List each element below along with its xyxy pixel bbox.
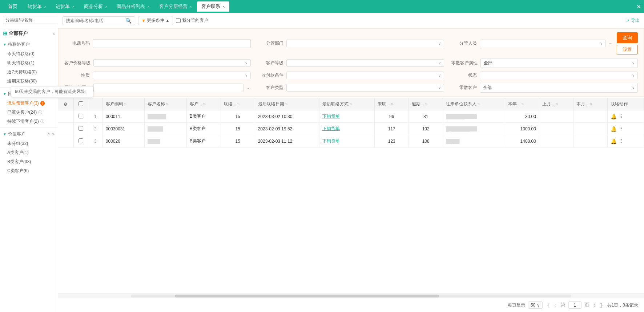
row-checkbox[interactable] (79, 126, 83, 131)
page-label: 第 (559, 301, 567, 309)
sidebar-all-customers[interactable]: ⊞ 全部客户 « (0, 27, 58, 40)
sidebar-item-ungrouped[interactable]: 未分组(32) (0, 139, 58, 148)
sidebar-item-tomorrow[interactable]: 明天待联络(1) (0, 58, 58, 68)
sidebar-item-declining[interactable]: 持续下滑客户(2) ⓘ (0, 117, 58, 126)
prev-page-icon[interactable]: ‹ (553, 301, 558, 309)
th-name[interactable]: 客户名称⇅ (145, 98, 186, 110)
close-icon[interactable]: × (222, 4, 225, 9)
filter-search-input[interactable] (66, 18, 124, 23)
row-checkbox[interactable] (79, 138, 83, 143)
more-options-icon[interactable]: ··· (609, 41, 612, 46)
scrollbar-thumb[interactable] (175, 295, 439, 297)
per-page-select[interactable]: 50 ∨ (528, 301, 543, 309)
tab-analysis-list[interactable]: 商品分析列表 × (112, 1, 154, 12)
next-page-icon[interactable]: › (592, 301, 597, 309)
filter-dept-select[interactable]: ∨ (286, 40, 444, 47)
sidebar-value-title[interactable]: ▼ 价值客户 ↻ ✎ (0, 129, 58, 139)
close-icon[interactable]: × (190, 4, 192, 9)
tab-analysis[interactable]: 商品分析 × (80, 1, 112, 12)
query-button[interactable]: 查询 (617, 32, 638, 43)
sidebar-search-input[interactable] (3, 16, 63, 24)
th-contact[interactable]: 联络...⇅ (221, 98, 255, 110)
refresh-icon[interactable]: ↻ (47, 132, 51, 137)
more-icon[interactable]: ··· (246, 85, 251, 91)
scrollbar-track[interactable] (131, 295, 571, 297)
filter-gender-select[interactable]: ∨ (93, 72, 251, 79)
th-overdue[interactable]: 逾期...⇅ (409, 98, 443, 110)
close-icon[interactable]: × (44, 4, 46, 9)
td-checkbox[interactable] (73, 135, 88, 147)
sort-icon: ⇅ (521, 102, 524, 106)
filter-level-select[interactable]: ∨ (286, 59, 444, 67)
more-actions-icon[interactable]: ⠿ (619, 138, 623, 144)
sidebar-item-c-class[interactable]: C类客户(6) (0, 166, 58, 175)
td-checkbox[interactable] (73, 123, 88, 135)
settings-button[interactable]: 设置 (617, 45, 638, 54)
row-checkbox[interactable] (79, 114, 83, 118)
close-window-icon[interactable]: ✕ (636, 3, 641, 10)
tab-purchase[interactable]: 进货单 × (51, 1, 79, 12)
filter-status-select[interactable]: ∨ (480, 72, 638, 79)
td-last-type[interactable]: 下销货单 (319, 110, 374, 123)
td-contact: 15 (221, 123, 255, 135)
filter-payment-select[interactable]: ∨ (286, 72, 444, 79)
th-this-month[interactable]: 本月...⇅ (573, 98, 607, 110)
th-checkbox[interactable] (73, 98, 88, 110)
th-type[interactable]: 客户...⇅ (186, 98, 221, 110)
tab-customer-tier[interactable]: 客户分层经营 × (155, 1, 196, 12)
filter-retail-attr-label: 零散客户属性 (451, 60, 478, 66)
tab-home[interactable]: 首页 (3, 1, 23, 12)
td-checkbox[interactable] (73, 110, 88, 123)
tab-sales[interactable]: 销货单 × (23, 1, 51, 12)
filter-phone-input[interactable] (93, 39, 251, 48)
export-btn[interactable]: ↗ 导出 (626, 17, 640, 24)
td-code: 00030031 (102, 123, 144, 135)
edit-icon[interactable]: ✎ (52, 132, 55, 137)
td-last-month (539, 110, 573, 123)
filter-price-level-select[interactable]: ∨ (93, 59, 251, 67)
close-icon[interactable]: × (147, 4, 149, 9)
sidebar-item-today[interactable]: 今天待联络(0) (0, 49, 58, 58)
filter-retail-customer-select[interactable]: 全部 ∨ (480, 83, 638, 93)
filter-manager-select[interactable]: ∨ (480, 40, 606, 47)
th-last-month[interactable]: 上月...⇅ (539, 98, 573, 110)
more-actions-icon[interactable]: ⠿ (619, 126, 623, 132)
contact-icon[interactable]: 🔔 (611, 138, 617, 144)
close-icon[interactable]: × (72, 4, 74, 9)
tab-customer-contact[interactable]: 客户联系 × (197, 1, 229, 12)
last-page-icon[interactable]: ⟫ (599, 301, 604, 309)
filter-customer-type-select[interactable]: ∨ (286, 84, 444, 92)
first-page-icon[interactable]: ⟪ (546, 301, 551, 309)
select-all-checkbox[interactable] (79, 101, 83, 106)
sidebar-item-7days[interactable]: 近7天待联络(0) (0, 68, 58, 77)
th-code[interactable]: 客户编码⇅ (102, 98, 144, 110)
th-this-year[interactable]: 本年...⇅ (505, 98, 539, 110)
sidebar-item-at-risk[interactable]: 流失预警客户(3) ! (0, 99, 58, 108)
contact-icon[interactable]: 🔔 (611, 114, 617, 119)
contact-icon[interactable]: 🔔 (611, 126, 617, 132)
sidebar-pending-title[interactable]: ▼ 待联络客户 (0, 40, 58, 49)
my-customers-checkbox[interactable]: 我分管的客户 (176, 17, 208, 24)
search-icon[interactable]: 🔍 (125, 18, 132, 24)
my-customers-check[interactable] (176, 18, 181, 23)
sidebar-item-a-class[interactable]: A类客户(1) (0, 148, 58, 157)
th-unit-contact[interactable]: 往来单位联系人⇅ (443, 98, 505, 110)
td-last-type[interactable]: 下销货单 (319, 123, 374, 135)
sidebar-item-b-class[interactable]: B类客户(33) (0, 157, 58, 166)
th-last-type[interactable]: 最后联络方式⇅ (319, 98, 374, 110)
sidebar-item-lost[interactable]: 已流失客户(24) ⓘ (0, 108, 58, 117)
more-conditions-btn[interactable]: ▼ 更多条件 ▲ (138, 16, 173, 25)
close-icon[interactable]: × (105, 4, 107, 9)
th-uncontacted[interactable]: 未联...⇅ (375, 98, 409, 110)
th-last-date[interactable]: 最后联络日期⇅ (255, 98, 319, 110)
arrow-down-icon: ▼ (3, 132, 7, 136)
sidebar-item-overdue[interactable]: 逾期未联络(30) (0, 77, 58, 86)
horizontal-scrollbar[interactable] (58, 293, 644, 298)
filter-retail-attr-select[interactable]: 全部 ∨ (480, 58, 638, 68)
more-actions-icon[interactable]: ⠿ (619, 114, 623, 119)
filter-region-input[interactable] (93, 84, 243, 92)
th-settings[interactable]: ⚙ (58, 98, 73, 110)
page-number-input[interactable]: 1 (568, 301, 581, 309)
collapse-icon[interactable]: « (52, 31, 55, 36)
td-last-type[interactable]: 下销货单 (319, 135, 374, 147)
